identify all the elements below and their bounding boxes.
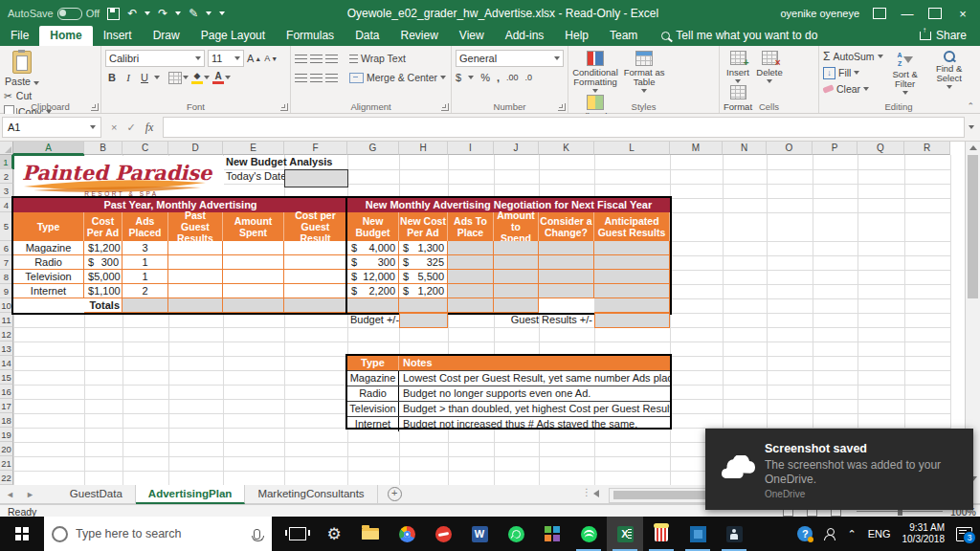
t2-consider-0[interactable] [539, 241, 594, 255]
note-type-Internet[interactable]: Internet [347, 417, 399, 431]
decrease-decimal-button[interactable]: .0 [524, 73, 532, 82]
autosum-button[interactable]: ΣAutoSum [823, 49, 883, 64]
percent-style-button[interactable]: % [480, 72, 490, 83]
t2-amount-1[interactable] [494, 255, 539, 270]
t2-totals-blank[interactable] [539, 298, 594, 313]
row-header-17[interactable]: 17 [0, 399, 13, 413]
accounting-dropdown-icon[interactable] [468, 76, 474, 79]
row-header-18[interactable]: 18 [0, 413, 13, 428]
language-indicator[interactable]: ENG [868, 528, 891, 540]
microphone-icon[interactable] [254, 529, 260, 540]
share-button[interactable]: Share [920, 29, 980, 46]
column-header-L[interactable]: L [594, 142, 670, 155]
t1-type-Television[interactable]: Television [13, 270, 84, 284]
font-name-select[interactable]: Calibri [105, 50, 205, 67]
t2-adsplace-2[interactable] [448, 270, 494, 284]
undo-icon[interactable]: ↶ [127, 8, 137, 19]
column-header-G[interactable]: G [347, 142, 399, 155]
row-header-14[interactable]: 14 [0, 356, 13, 370]
table-new-negotiation[interactable]: New Monthly Advertising Negotiation for … [345, 196, 672, 315]
sheet-tab-GuestData[interactable]: GuestData [57, 485, 136, 504]
t1-ads-Radio[interactable]: 1 [122, 255, 168, 270]
t2-cost-1[interactable]: $325 [399, 255, 448, 270]
expand-formula-bar-icon[interactable] [969, 125, 974, 129]
column-header-F[interactable]: F [284, 142, 347, 155]
t1-cpg-Radio[interactable] [284, 255, 347, 270]
note-text-Television[interactable]: Budget > than doubled, yet highest Cost … [399, 402, 670, 416]
shrink-font-button[interactable]: A▼ [264, 51, 278, 66]
restore-button[interactable] [928, 8, 942, 19]
t1-amount-Television[interactable] [223, 270, 284, 284]
number-format-select[interactable]: General [456, 50, 564, 67]
photos-icon[interactable] [534, 517, 570, 551]
t1-cost-Television[interactable]: $5,000 [84, 270, 122, 284]
tab-draw[interactable]: Draw [143, 26, 190, 46]
tray-overflow-icon[interactable]: ⌃ [847, 528, 856, 540]
tab-review[interactable]: Review [390, 26, 448, 46]
format-as-table-button[interactable]: Format as Table [621, 49, 667, 93]
tab-home[interactable]: Home [39, 26, 92, 46]
tab-add-ins[interactable]: Add-ins [495, 26, 555, 46]
tell-me-search[interactable]: Tell me what you want to do [661, 29, 817, 46]
t2-amount-0[interactable] [494, 241, 539, 255]
note-text-Radio[interactable]: Budget no longer supports even one Ad. [399, 386, 670, 401]
column-header-O[interactable]: O [767, 142, 813, 155]
t2-consider-3[interactable] [539, 284, 594, 298]
row-header-11[interactable]: 11 [0, 313, 13, 327]
italic-button[interactable]: I [122, 70, 135, 85]
accounting-format-button[interactable]: $ [456, 72, 461, 83]
cell-F2-date-input[interactable] [284, 169, 348, 187]
align-middle-icon[interactable] [310, 55, 323, 63]
close-button[interactable]: × [955, 8, 970, 20]
kindle-icon[interactable] [716, 517, 752, 551]
t1-cpg-Internet[interactable] [284, 284, 347, 298]
sort-filter-button[interactable]: AZ Sort & Filter [883, 49, 927, 95]
align-right-icon[interactable] [325, 74, 338, 82]
spotify-icon[interactable] [570, 517, 607, 551]
t2-adsplace-0[interactable] [448, 241, 494, 255]
t2-budget-1[interactable]: $300 [347, 255, 399, 270]
taskbar-clock[interactable]: 9:31 AM 10/3/2018 [902, 522, 946, 545]
clear-button[interactable]: Clear [823, 81, 883, 97]
notification-toast[interactable]: Screenshot saved The screenshot was adde… [705, 429, 973, 510]
t2-anticipated-1[interactable] [594, 255, 670, 270]
autosave-toggle[interactable]: AutoSave Off [8, 8, 100, 20]
t2-budget-3[interactable]: $2,200 [347, 284, 399, 298]
t1-cpg-Television[interactable] [284, 270, 347, 284]
cell-L11-guest-result[interactable] [594, 313, 670, 328]
font-size-select[interactable]: 11 [208, 50, 244, 67]
t2-cost-2[interactable]: $5,500 [399, 270, 448, 284]
column-header-P[interactable]: P [813, 142, 858, 155]
t1-past-guest-Television[interactable] [168, 270, 223, 284]
t1-ads-Magazine[interactable]: 3 [122, 241, 168, 255]
t1-amount-Magazine[interactable] [223, 241, 284, 255]
notes-row-Magazine[interactable]: MagazineLowest Cost per Guest Result, ye… [347, 370, 670, 386]
column-header-D[interactable]: D [168, 142, 223, 155]
cell-K11-guest-label[interactable]: Guest Results +/- [450, 313, 592, 327]
t1-totals-c2[interactable] [122, 298, 168, 313]
bold-button[interactable]: B [105, 70, 119, 85]
signed-in-user[interactable]: oyenike oyeneye [780, 8, 859, 19]
column-header-B[interactable]: B [84, 142, 122, 155]
column-header-K[interactable]: K [539, 142, 594, 155]
tab-team[interactable]: Team [599, 26, 648, 46]
note-text-Internet[interactable]: Budget not increased thus # Ads stayed t… [399, 417, 670, 431]
sheet-tab-AdvertisingPlan[interactable]: AdvertisingPlan [136, 485, 246, 504]
align-left-icon[interactable] [295, 74, 307, 82]
confirm-entry-icon[interactable]: ✓ [126, 121, 135, 134]
tab-view[interactable]: View [449, 26, 495, 46]
column-header-M[interactable]: M [670, 142, 723, 155]
chrome-icon[interactable] [389, 517, 425, 551]
vertical-scroll-thumb[interactable] [968, 155, 978, 298]
paste-button[interactable]: Paste [4, 49, 40, 87]
tab-formulas[interactable]: Formulas [276, 26, 345, 46]
row-header-21[interactable]: 21 [0, 456, 13, 471]
notes-row-Radio[interactable]: RadioBudget no longer supports even one … [347, 386, 670, 401]
row-header-1[interactable]: 1 [0, 155, 13, 169]
font-color-button[interactable]: A [212, 70, 231, 85]
t2-totals-c1[interactable] [399, 298, 448, 313]
insert-cells-button[interactable]: +Insert [724, 49, 752, 83]
t1-totals-label[interactable]: Totals [84, 298, 122, 313]
increase-decimal-button[interactable]: .00 [506, 73, 519, 82]
t2-amount-2[interactable] [494, 270, 539, 284]
